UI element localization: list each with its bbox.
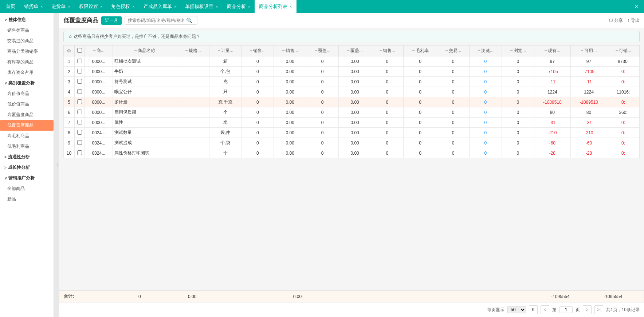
row-browse1[interactable]: 0: [470, 67, 502, 77]
nav-tab-product-inbound[interactable]: 产成品入库单 ×: [139, 0, 181, 13]
sidebar-item-high-coverage[interactable]: 高覆盖度商品: [0, 110, 54, 120]
sidebar-section-growth[interactable]: > 成长性分析: [0, 162, 54, 173]
row-checkbox-cell[interactable]: [75, 128, 85, 138]
col-browse1[interactable]: ≑浏览...: [470, 45, 502, 56]
browse-link[interactable]: 0: [484, 59, 487, 64]
close-icon[interactable]: ×: [100, 4, 102, 9]
prev-page-button[interactable]: <: [541, 305, 549, 314]
row-checkbox[interactable]: [77, 150, 82, 155]
row-checkbox-cell[interactable]: [75, 148, 85, 158]
row-checkbox[interactable]: [77, 89, 82, 94]
browse-link[interactable]: 0: [484, 100, 487, 105]
sidebar-item-capital[interactable]: 库存资金占用: [0, 67, 54, 78]
col-current-stock[interactable]: ≑现有...: [534, 45, 570, 56]
row-checkbox[interactable]: [77, 79, 82, 84]
page-number-input[interactable]: [559, 306, 573, 313]
col-sales-amt[interactable]: ≑销售...: [274, 45, 306, 56]
col-coverage1[interactable]: ≑覆盖...: [306, 45, 339, 56]
row-checkbox-cell[interactable]: [75, 87, 85, 97]
close-icon[interactable]: ×: [174, 4, 176, 9]
browse-link[interactable]: 0: [484, 130, 487, 135]
sidebar-section-overall[interactable]: ∨ 整体信息: [0, 15, 54, 25]
row-browse1[interactable]: 0: [470, 148, 502, 158]
sidebar-item-high-value[interactable]: 高价值商品: [0, 88, 54, 99]
close-icon[interactable]: ×: [68, 4, 70, 9]
search-input[interactable]: [128, 18, 186, 23]
row-name[interactable]: 启用保质期: [113, 107, 177, 118]
row-browse1[interactable]: 0: [470, 118, 502, 128]
row-name[interactable]: 属性: [113, 118, 177, 128]
nav-tab-permissions[interactable]: 权限设置 ×: [75, 0, 107, 13]
row-browse1[interactable]: 0: [470, 77, 502, 87]
col-sales-count[interactable]: ≑销售...: [371, 45, 404, 56]
sidebar-section-coverage[interactable]: ∨ 类别覆盖分析: [0, 78, 54, 88]
row-checkbox[interactable]: [77, 59, 82, 63]
row-checkbox-cell[interactable]: [75, 118, 85, 128]
sidebar-section-liquidity[interactable]: > 流通性分析: [0, 152, 54, 162]
col-unit[interactable]: ≑计量...: [209, 45, 242, 56]
row-name[interactable]: 牛奶: [113, 67, 177, 77]
row-checkbox[interactable]: [77, 120, 82, 124]
sidebar-item-category-rate[interactable]: 商品分类动销率: [0, 46, 54, 57]
row-browse1[interactable]: 0: [470, 128, 502, 138]
col-name[interactable]: ≑商品名称: [113, 45, 177, 56]
col-browse2[interactable]: ≑浏览...: [502, 45, 534, 56]
sidebar-item-stock-goods[interactable]: 有库存的商品: [0, 57, 54, 67]
col-coverage2[interactable]: ≑覆盖...: [339, 45, 371, 56]
nav-tab-analysis[interactable]: 商品分析 ×: [223, 0, 255, 13]
row-checkbox-cell[interactable]: [75, 138, 85, 148]
row-name[interactable]: 属性价格打印测试: [113, 148, 177, 158]
col-available[interactable]: ≑可用...: [570, 45, 607, 56]
sidebar-item-sales-goods[interactable]: 销售类商品: [0, 25, 54, 36]
sidebar-collapse-button[interactable]: 《: [54, 13, 59, 317]
sidebar-item-low-coverage[interactable]: 低覆盖度商品: [0, 120, 54, 131]
col-saleable[interactable]: ≑可销...: [607, 45, 640, 56]
browse-link[interactable]: 0: [484, 110, 487, 115]
row-name[interactable]: 多计量: [113, 97, 177, 107]
row-checkbox-cell[interactable]: [75, 77, 85, 87]
browse-link[interactable]: 0: [484, 79, 487, 84]
sidebar-section-marketing[interactable]: ∨ 营销推广分析: [0, 173, 54, 183]
select-all-checkbox[interactable]: [77, 48, 82, 53]
row-browse1[interactable]: 0: [470, 138, 502, 148]
row-browse1[interactable]: 0: [470, 97, 502, 107]
nav-tab-sales[interactable]: 销货单 ×: [20, 0, 47, 13]
row-checkbox[interactable]: [77, 140, 82, 145]
browse-link[interactable]: 0: [484, 120, 487, 125]
col-gross-margin[interactable]: ≑毛利率: [403, 45, 437, 56]
date-filter-button[interactable]: 近一月: [101, 16, 122, 25]
row-browse1[interactable]: 0: [470, 56, 502, 67]
window-close-button[interactable]: ×: [631, 3, 643, 10]
row-checkbox-cell[interactable]: [75, 67, 85, 77]
nav-tab-template[interactable]: 单据模板设置 ×: [181, 0, 222, 13]
sidebar-item-new-goods[interactable]: 新品: [0, 194, 54, 205]
row-checkbox[interactable]: [77, 130, 82, 135]
row-name[interactable]: 眠宝公仔: [113, 87, 177, 97]
row-checkbox-cell[interactable]: [75, 97, 85, 107]
browse-link[interactable]: 0: [484, 90, 487, 95]
first-page-button[interactable]: K: [529, 305, 538, 314]
sidebar-item-traded-goods[interactable]: 交易过的商品: [0, 36, 54, 46]
close-icon[interactable]: ×: [132, 4, 134, 9]
row-name[interactable]: 测试提成: [113, 138, 177, 148]
close-icon[interactable]: ×: [290, 4, 292, 9]
row-browse1[interactable]: 0: [470, 107, 502, 118]
next-page-button[interactable]: >: [583, 305, 592, 314]
sidebar-item-low-value[interactable]: 低价值商品: [0, 99, 54, 110]
nav-tab-home[interactable]: 首页: [1, 0, 20, 13]
browse-link[interactable]: 0: [484, 151, 487, 156]
nav-tab-analysis-list[interactable]: 商品分析列表 ×: [255, 0, 296, 13]
last-page-button[interactable]: >|: [594, 305, 603, 314]
nav-tab-purchase[interactable]: 进货单 ×: [47, 0, 74, 13]
col-checkbox[interactable]: [75, 45, 85, 56]
close-icon[interactable]: ×: [248, 4, 250, 9]
col-spec[interactable]: ≑规格...: [177, 45, 209, 56]
nav-tab-roles[interactable]: 角色授权 ×: [107, 0, 139, 13]
col-settings[interactable]: ⚙: [64, 45, 75, 56]
col-code[interactable]: ≑商...: [85, 45, 113, 56]
export-button[interactable]: ↑ 导出: [627, 17, 640, 24]
browse-link[interactable]: 0: [484, 140, 487, 146]
row-checkbox-cell[interactable]: [75, 56, 85, 67]
close-icon[interactable]: ×: [40, 4, 43, 9]
row-name[interactable]: 符号测试: [113, 77, 177, 87]
